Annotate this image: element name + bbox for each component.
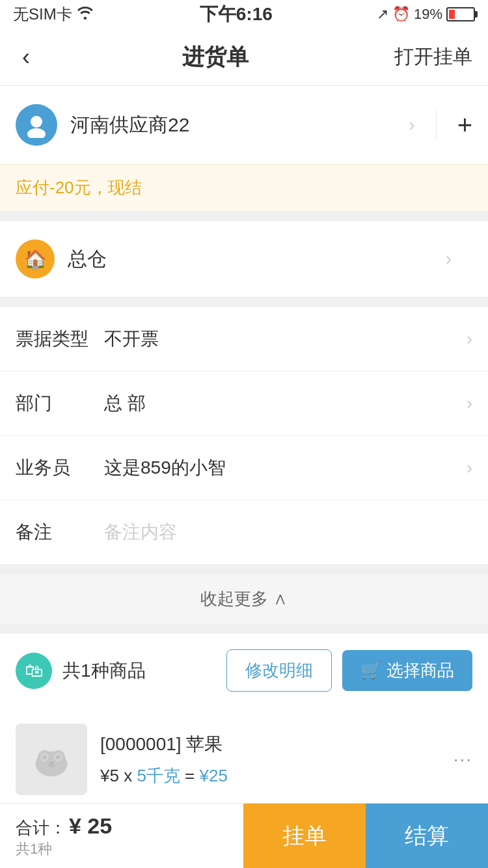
status-time: 下午6:16	[200, 2, 273, 27]
shopping-bag-icon: 🛍	[25, 660, 43, 681]
product-price: ¥5 x 5千克 = ¥25	[100, 765, 441, 787]
battery-percent: 19%	[414, 6, 442, 23]
warehouse-icon: 🏠	[16, 239, 55, 278]
product-name: [0000001] 苹果	[100, 732, 441, 757]
sales-label: 业务员	[16, 455, 94, 480]
invoice-label: 票据类型	[16, 327, 94, 351]
products-card: 🛍 共1种商品 修改明细 🛒 选择商品	[0, 634, 488, 811]
location-icon: ↗	[377, 6, 388, 23]
select-icon: 🛒	[360, 660, 381, 681]
add-supplier-button[interactable]: +	[457, 111, 472, 140]
collapse-label: 收起更多 ∧	[200, 588, 287, 610]
sales-row[interactable]: 业务员 这是859的小智 ›	[0, 435, 488, 500]
sales-value: 这是859的小智	[94, 455, 467, 480]
alarm-icon: ⏰	[392, 6, 410, 23]
dept-label: 部门	[16, 391, 94, 416]
dept-chevron-icon: ›	[467, 393, 472, 414]
battery-icon	[446, 7, 475, 21]
unit-price: ¥5	[100, 766, 119, 785]
supplier-avatar	[16, 104, 57, 146]
supplier-chevron-icon: ›	[409, 115, 414, 135]
edit-detail-button[interactable]: 修改明细	[226, 649, 332, 692]
product-code: [0000001]	[100, 734, 182, 754]
back-button[interactable]: ‹	[16, 37, 36, 77]
house-icon: 🏠	[24, 249, 47, 270]
select-label: 选择商品	[386, 659, 454, 682]
product-item: [0000001] 苹果 ¥5 x 5千克 = ¥25 ···	[0, 708, 488, 811]
product-more-button[interactable]: ···	[454, 749, 472, 770]
total-label: 合计：	[16, 817, 66, 839]
svg-point-1	[27, 128, 46, 138]
warehouse-chevron-icon: ›	[446, 249, 452, 269]
form-card: 票据类型 不开票 › 部门 总 部 › 业务员 这是859的小智 › 备注 备注…	[0, 307, 488, 564]
warehouse-card: 🏠 总仓 ›	[0, 221, 488, 297]
select-product-button[interactable]: 🛒 选择商品	[342, 650, 472, 691]
page-title: 进货单	[182, 42, 249, 72]
dept-row[interactable]: 部门 总 部 ›	[0, 371, 488, 435]
invoice-chevron-icon: ›	[467, 329, 472, 349]
svg-rect-9	[49, 762, 54, 765]
supplier-card: 河南供应商22 › + 应付-20元，现结	[0, 86, 488, 211]
product-title: 苹果	[186, 734, 223, 754]
spacer	[0, 211, 488, 221]
equals-symbol: =	[185, 766, 195, 785]
open-hang-button[interactable]: 打开挂单	[394, 44, 472, 70]
total-section: 合计： ¥ 25 共1种	[0, 804, 243, 868]
products-icon: 🛍	[16, 653, 52, 689]
product-info: [0000001] 苹果 ¥5 x 5千克 = ¥25	[100, 732, 441, 787]
wifi-icon	[77, 5, 96, 23]
dept-value: 总 部	[94, 391, 467, 416]
supplier-name: 河南供应商22	[70, 112, 409, 139]
total-amount: ¥ 25	[69, 813, 112, 839]
remark-label: 备注	[16, 520, 94, 545]
products-count: 共1种商品	[62, 658, 216, 683]
multiply-symbol: x	[124, 766, 132, 785]
remark-row[interactable]: 备注 备注内容	[0, 500, 488, 564]
collapse-row[interactable]: 收起更多 ∧	[0, 575, 488, 623]
invoice-value: 不开票	[94, 327, 467, 351]
supplier-row[interactable]: 河南供应商22 › +	[0, 86, 488, 164]
warehouse-row[interactable]: 🏠 总仓 ›	[0, 221, 488, 297]
product-thumbnail	[16, 724, 87, 795]
product-qty: 5千克	[137, 766, 185, 785]
svg-point-8	[56, 755, 61, 759]
remark-input[interactable]: 备注内容	[94, 520, 472, 545]
total-count: 共1种	[16, 839, 228, 859]
product-thumb-icon	[29, 737, 74, 782]
checkout-button[interactable]: 结算	[366, 804, 488, 868]
status-carrier: 无SIM卡	[13, 4, 96, 25]
main-content: 河南供应商22 › + 应付-20元，现结 🏠 总仓 › 票据类型 不开票 › …	[0, 86, 488, 868]
warehouse-name: 总仓	[68, 246, 446, 273]
bottom-bar: 合计： ¥ 25 共1种 挂单 结算	[0, 803, 488, 868]
status-right-area: ↗ ⏰ 19%	[377, 6, 475, 23]
products-header: 🛍 共1种商品 修改明细 🛒 选择商品	[0, 634, 488, 707]
svg-point-7	[42, 755, 47, 759]
status-bar: 无SIM卡 下午6:16 ↗ ⏰ 19%	[0, 0, 488, 29]
divider	[436, 111, 437, 139]
product-total: ¥25	[200, 766, 228, 785]
carrier-text: 无SIM卡	[13, 4, 72, 25]
nav-bar: ‹ 进货单 打开挂单	[0, 29, 488, 86]
hang-button[interactable]: 挂单	[243, 804, 366, 868]
invoice-row[interactable]: 票据类型 不开票 ›	[0, 307, 488, 371]
svg-point-0	[31, 116, 42, 128]
sales-chevron-icon: ›	[467, 457, 472, 478]
notice-banner: 应付-20元，现结	[0, 164, 488, 211]
